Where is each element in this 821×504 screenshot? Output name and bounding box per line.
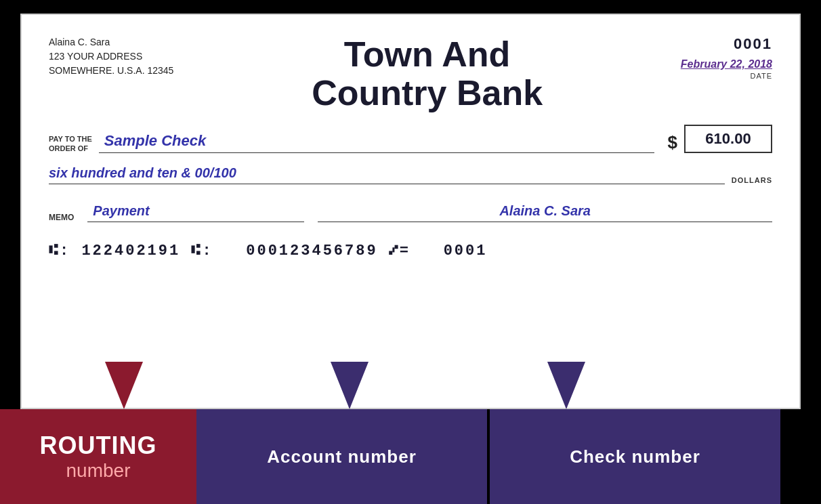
check-top-right: 0001 February 22, 2018 DATE bbox=[681, 35, 772, 80]
routing-arrow bbox=[105, 362, 143, 409]
address-name: Alaina C. Sara bbox=[49, 35, 173, 49]
date-label: DATE bbox=[681, 72, 772, 80]
routing-label-bottom: number bbox=[66, 460, 131, 482]
right-filler bbox=[780, 409, 821, 504]
memo-label: MEMO bbox=[49, 213, 74, 222]
memo-value: Payment bbox=[87, 203, 304, 222]
address-line2: SOMEWHERE. U.S.A. 12345 bbox=[49, 64, 173, 78]
account-arrow bbox=[331, 362, 369, 409]
check-number-label: Check number bbox=[490, 409, 780, 504]
pay-to-row: PAY TO THE ORDER OF Sample Check $ 610.0… bbox=[49, 125, 772, 153]
routing-label: ROUTING number bbox=[0, 409, 196, 504]
pay-to-label: PAY TO THE ORDER OF bbox=[49, 134, 92, 154]
account-number-label: Account number bbox=[196, 409, 487, 504]
dollar-sign: $ bbox=[668, 132, 677, 153]
dollars-label: DOLLARS bbox=[732, 176, 772, 184]
check-top-row: Alaina C. Sara 123 YOUR ADDRESS SOMEWHER… bbox=[49, 35, 772, 112]
amount-box: 610.00 bbox=[684, 125, 772, 153]
address-line1: 123 YOUR ADDRESS bbox=[49, 49, 173, 64]
date-value: February 22, 2018 bbox=[681, 58, 772, 70]
words-row: six hundred and ten & 00/100 DOLLARS bbox=[49, 165, 772, 184]
check-arrow bbox=[547, 362, 585, 409]
date-row: February 22, 2018 DATE bbox=[681, 58, 772, 80]
check: Alaina C. Sara 123 YOUR ADDRESS SOMEWHER… bbox=[20, 14, 801, 409]
micr-line: ⑆: 122402191 ⑆: 000123456789 ⑇= 0001 bbox=[49, 243, 772, 259]
bank-name: Town And Country Bank bbox=[194, 35, 660, 112]
routing-label-top: ROUTING bbox=[40, 432, 157, 460]
main-container: Alaina C. Sara 123 YOUR ADDRESS SOMEWHER… bbox=[0, 0, 821, 504]
check-address: Alaina C. Sara 123 YOUR ADDRESS SOMEWHER… bbox=[49, 35, 173, 78]
bottom-labels-area: ROUTING number Account number Check numb… bbox=[0, 409, 821, 504]
check-number-display: 0001 bbox=[681, 35, 772, 53]
payee-field: Sample Check bbox=[99, 132, 654, 153]
memo-signature-row: MEMO Payment Alaina C. Sara bbox=[49, 203, 772, 222]
signature: Alaina C. Sara bbox=[318, 203, 772, 222]
amount-words: six hundred and ten & 00/100 bbox=[49, 165, 725, 184]
